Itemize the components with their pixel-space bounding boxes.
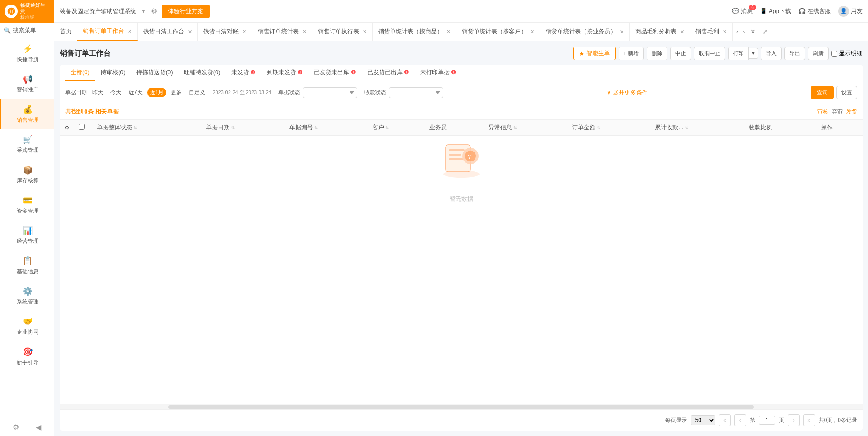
tab-close-icon[interactable]: ✕ xyxy=(363,29,367,35)
tab-sales-customer[interactable]: 销货单统计表（按客户） ✕ xyxy=(456,23,540,41)
tab-cash-reconcile[interactable]: 钱货日清对账 ✕ xyxy=(198,23,252,41)
sidebar-item-inventory[interactable]: 📦 库存核算 xyxy=(0,160,54,190)
import-button[interactable]: 导入 xyxy=(761,47,782,60)
topbar-gear-icon[interactable]: ⚙ xyxy=(151,7,157,15)
tab-sales-product[interactable]: 销货单统计表（按商品） ✕ xyxy=(373,23,456,41)
horizontal-scrollbar[interactable] xyxy=(60,404,863,409)
date-today[interactable]: 今天 xyxy=(108,88,124,97)
filter-tab-all[interactable]: 全部(0) xyxy=(65,65,95,81)
date-7days[interactable]: 近7天 xyxy=(126,88,145,97)
sidebar-item-system[interactable]: ⚙️ 系统管理 xyxy=(0,281,54,311)
filter-tab-label: 旺铺待发货(0) xyxy=(184,69,221,76)
page-size-select[interactable]: 10 20 50 100 xyxy=(691,415,715,425)
expand-filter-button[interactable]: ∨ 展开更多条件 xyxy=(607,89,648,97)
filter-tab-pending-review[interactable]: 待审核(0) xyxy=(95,65,131,81)
tab-close-icon[interactable]: ✕ xyxy=(128,28,132,34)
sidebar-item-label: 企业协同 xyxy=(17,328,38,336)
tab-home[interactable]: 首页 xyxy=(54,23,77,41)
tab-cash-daily[interactable]: 钱货日清工作台 ✕ xyxy=(138,23,198,41)
filter-bar: 单据日期 昨天 今天 近7天 近1月 更多 自定义 2023-02-24 至 2… xyxy=(60,81,863,104)
date-custom[interactable]: 自定义 xyxy=(186,88,208,97)
sidebar-item-finance[interactable]: 💳 资金管理 xyxy=(0,190,54,220)
stop-button[interactable]: 中止 xyxy=(670,47,691,60)
refresh-button[interactable]: 刷新 xyxy=(808,47,829,60)
sidebar-search[interactable]: 🔍 搜索菜单 xyxy=(0,23,54,38)
tab-sales-exec[interactable]: 销售订单执行表 ✕ xyxy=(312,23,373,41)
tab-sales-stat[interactable]: 销售订单统计表 ✕ xyxy=(252,23,312,41)
payment-select[interactable] xyxy=(389,87,443,98)
tab-close-icon[interactable]: ✕ xyxy=(446,29,451,35)
collapse-icon[interactable]: ◀ xyxy=(36,423,41,431)
settings-icon[interactable]: ⚙ xyxy=(13,423,19,431)
tab-sales-more[interactable]: 销售毛利 ✕ xyxy=(690,23,733,41)
sidebar-item-guide[interactable]: 🎯 新手引导 xyxy=(0,341,54,372)
sidebar-item-operations[interactable]: 📊 经营管理 xyxy=(0,220,54,251)
tab-close-icon[interactable]: ✕ xyxy=(723,29,727,35)
date-yesterday[interactable]: 昨天 xyxy=(90,88,106,97)
tab-sales-workbench[interactable]: 销售订单工作台 ✕ xyxy=(77,23,138,41)
settings-button[interactable]: 设置 xyxy=(836,86,857,99)
export-button[interactable]: 导出 xyxy=(784,47,805,60)
tab-close-icon[interactable]: ✕ xyxy=(620,29,624,35)
filter-tab-not-delivered[interactable]: 未发货 ❶ xyxy=(226,65,261,81)
date-1month[interactable]: 近1月 xyxy=(147,88,167,97)
app-download-button[interactable]: 📱 App下载 xyxy=(760,7,791,15)
last-page-button[interactable]: » xyxy=(803,414,815,426)
sidebar-item-enterprise[interactable]: 🤝 企业协同 xyxy=(0,311,54,341)
filter-tab-expired-deliver[interactable]: 到期未发货 ❶ xyxy=(261,65,308,81)
tab-close-icon[interactable]: ✕ xyxy=(302,29,307,35)
settings-col-icon[interactable]: ⚙ xyxy=(64,124,70,131)
show-detail-label[interactable]: 显示明细 xyxy=(831,49,863,57)
tab-sales-staff[interactable]: 销货单统计表（按业务员） ✕ xyxy=(540,23,630,41)
select-all-checkbox[interactable] xyxy=(79,124,85,130)
tab-gross-profit[interactable]: 商品毛利分析表 ✕ xyxy=(630,23,690,41)
sidebar-item-basic[interactable]: 📋 基础信息 xyxy=(0,251,54,281)
next-page-button[interactable]: › xyxy=(788,414,800,426)
col-amount-label: 订单金额 xyxy=(572,123,595,132)
filter-tab-delivered-out-stock[interactable]: 已发货已出库 ❶ xyxy=(362,65,415,81)
tab-close-icon[interactable]: ✕ xyxy=(680,29,684,35)
message-icon: 💬 xyxy=(732,8,739,14)
delete-button[interactable]: 删除 xyxy=(647,47,667,60)
print-dropdown-arrow[interactable]: ▼ xyxy=(749,48,758,59)
sidebar-item-label: 资金管理 xyxy=(17,207,38,215)
tab-close-icon[interactable]: ✕ xyxy=(188,29,192,35)
status-select[interactable] xyxy=(303,87,357,98)
tab-expand-icon[interactable]: ⤢ xyxy=(759,27,770,36)
cancel-audit-button[interactable]: 弃审 xyxy=(832,108,843,116)
tab-prev-arrow[interactable]: ‹ xyxy=(734,27,740,36)
avatar-icon: 👤 xyxy=(840,8,847,14)
solution-button[interactable]: 体验行业方案 xyxy=(162,5,210,18)
smart-create-button[interactable]: ★ 智能生单 xyxy=(573,47,616,60)
online-service-button[interactable]: 🎧 在线客服 xyxy=(798,7,831,15)
sidebar-item-quick-nav[interactable]: ⚡ 快捷导航 xyxy=(0,38,54,69)
date-more[interactable]: 更多 xyxy=(168,88,184,97)
tab-close-icon[interactable]: ✕ xyxy=(242,29,246,35)
message-button[interactable]: 💬 消息 6 xyxy=(732,7,753,15)
sidebar-item-sales[interactable]: 💰 销售管理 xyxy=(0,99,54,129)
print-button[interactable]: 打印 xyxy=(728,47,749,60)
audit-button[interactable]: 审核 xyxy=(817,108,828,116)
tab-label: 钱货日清工作台 xyxy=(143,28,184,36)
sidebar-item-marketing[interactable]: 📢 营销推广 xyxy=(0,69,54,99)
filter-tab-delivered-no-stock[interactable]: 已发货未出库 ❶ xyxy=(308,65,361,81)
quick-nav-icon: ⚡ xyxy=(23,44,33,54)
tab-close-icon[interactable]: ✕ xyxy=(530,29,534,35)
col-ratio: 收款比例 xyxy=(744,120,816,136)
scrollbar-thumb[interactable] xyxy=(168,405,754,409)
filter-tab-not-printed[interactable]: 未打印单据 ❶ xyxy=(415,65,462,81)
show-detail-checkbox[interactable] xyxy=(831,51,837,57)
first-page-button[interactable]: « xyxy=(719,414,731,426)
page-number-input[interactable] xyxy=(759,416,775,425)
add-button[interactable]: + 新增 xyxy=(619,47,644,60)
deliver-button[interactable]: 发货 xyxy=(846,108,857,116)
sidebar-item-purchase[interactable]: 🛒 采购管理 xyxy=(0,129,54,160)
cancel-stop-button[interactable]: 取消中止 xyxy=(694,47,725,60)
user-menu[interactable]: 👤 用友 xyxy=(838,6,863,17)
query-button[interactable]: 查询 xyxy=(811,86,834,99)
prev-page-button[interactable]: ‹ xyxy=(734,414,746,426)
tab-next-arrow[interactable]: › xyxy=(741,27,747,36)
tab-close-all-button[interactable]: ✕ xyxy=(748,27,758,36)
filter-tab-pending-inspect[interactable]: 待拣货送货(0) xyxy=(131,65,178,81)
filter-tab-wangpu-deliver[interactable]: 旺铺待发货(0) xyxy=(178,65,226,81)
